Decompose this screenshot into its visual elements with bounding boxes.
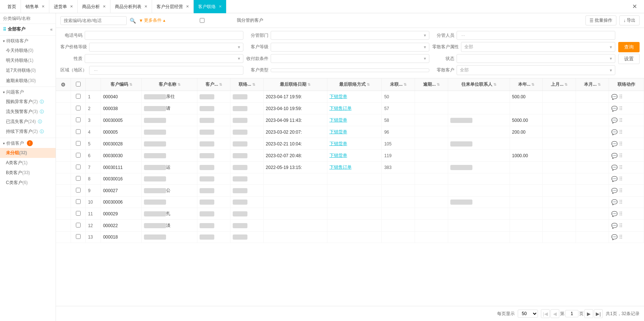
last-contact-date-col-header[interactable]: 最后联络日期 xyxy=(263,78,327,91)
chat-icon[interactable]: 💬 xyxy=(611,199,617,205)
tab-sales[interactable]: 销售单 ✕ xyxy=(21,0,49,13)
last-contact-method-col-header[interactable]: 最后联络方式 xyxy=(327,78,382,91)
row-last-contact-method[interactable]: 下销货单 xyxy=(327,114,382,126)
row-checkbox[interactable] xyxy=(76,199,81,204)
grid-action-icon[interactable]: ⠿ xyxy=(619,188,623,194)
phone-input[interactable] xyxy=(85,31,243,40)
person-more-icon[interactable]: ··· xyxy=(461,33,465,38)
sidebar-item-tomorrow-pending[interactable]: 明天待联络(1) xyxy=(0,56,56,66)
search-input[interactable] xyxy=(60,16,127,25)
sidebar-search-input[interactable] xyxy=(3,16,56,21)
code-col-header[interactable]: 客户编码 xyxy=(101,78,142,91)
sidebar-item-declining[interactable]: 持续下滑客户(2) ⓘ xyxy=(0,127,56,137)
reset-button[interactable]: 设置 xyxy=(618,54,640,64)
tab-customer-segmentation[interactable]: 客户分层经营 ✕ xyxy=(152,0,194,13)
row-checkbox[interactable] xyxy=(76,176,81,181)
chat-icon[interactable]: 💬 xyxy=(611,141,617,147)
grid-action-icon[interactable]: ⠿ xyxy=(619,94,623,100)
grid-action-icon[interactable]: ⠿ xyxy=(619,106,623,112)
row-checkbox[interactable] xyxy=(76,223,81,227)
chat-icon[interactable]: 💬 xyxy=(611,129,617,135)
first-page-button[interactable]: |◀ xyxy=(541,309,550,318)
row-checkbox-cell[interactable] xyxy=(71,185,85,197)
chat-icon[interactable]: 💬 xyxy=(611,188,617,194)
search-icon[interactable]: 🔍 xyxy=(130,18,136,24)
query-button[interactable]: 查询 xyxy=(618,42,640,52)
row-last-contact-method[interactable]: 下销货单 xyxy=(327,126,382,138)
sidebar-group-value[interactable]: ▾ 价值客户 ! xyxy=(0,139,56,148)
row-checkbox[interactable] xyxy=(76,211,81,216)
row-checkbox-cell[interactable] xyxy=(71,91,85,103)
grid-action-icon[interactable]: ⠿ xyxy=(619,129,623,135)
contact-method-link[interactable]: 下销货单 xyxy=(330,117,347,123)
chat-icon[interactable]: 💬 xyxy=(611,94,617,100)
this-year-col-header[interactable]: 本年... xyxy=(510,78,543,91)
close-sales-icon[interactable]: ✕ xyxy=(42,0,45,13)
row-checkbox-cell[interactable] xyxy=(71,114,85,126)
chat-icon[interactable]: 💬 xyxy=(611,176,617,182)
sidebar-item-abnormal[interactable]: 囤购异常客户(2) ⓘ xyxy=(0,97,56,107)
grid-action-icon[interactable]: ⠿ xyxy=(619,141,623,147)
close-product-analysis-list-icon[interactable]: ✕ xyxy=(144,0,147,13)
all-customers-header[interactable]: ⠿ 全部客户 « xyxy=(0,24,56,35)
sidebar-item-class-c[interactable]: C类客户(6) xyxy=(0,178,56,188)
tab-purchase[interactable]: 进货单 ✕ xyxy=(49,0,78,13)
sidebar-item-churn-warning[interactable]: 流失预警客户(3) ⓘ xyxy=(0,107,56,117)
payment-select[interactable]: ▾ xyxy=(271,54,429,63)
row-checkbox-cell[interactable] xyxy=(71,138,85,150)
this-month-col-header[interactable]: 本月... xyxy=(576,78,609,91)
row-last-contact-method[interactable]: 下销售订单 xyxy=(327,103,382,114)
contact-method-link[interactable]: 下销货单 xyxy=(330,141,347,146)
chat-icon[interactable]: 💬 xyxy=(611,117,617,123)
row-checkbox-cell[interactable] xyxy=(71,173,85,185)
checkbox-col-header[interactable] xyxy=(71,78,85,91)
row-checkbox[interactable] xyxy=(76,234,81,239)
row-checkbox-cell[interactable] xyxy=(71,208,85,220)
uncontacted-col-header[interactable]: 未联... xyxy=(382,78,415,91)
sidebar-item-class-b[interactable]: B类客户(33) xyxy=(0,168,56,178)
chat-icon[interactable]: 💬 xyxy=(611,223,617,229)
nature-select[interactable]: ▾ xyxy=(85,54,243,63)
row-checkbox[interactable] xyxy=(76,94,81,99)
close-segmentation-icon[interactable]: ✕ xyxy=(186,0,189,13)
overdue-col-header[interactable]: 逾期... xyxy=(415,78,448,91)
contact-method-link[interactable]: 下销货单 xyxy=(330,153,347,158)
region-more-icon[interactable]: ··· xyxy=(94,68,98,73)
next-page-button[interactable]: ▶ xyxy=(584,309,593,318)
my-customers-checkbox-label[interactable]: 我分管的客户 xyxy=(169,17,263,24)
per-page-select[interactable]: 50 20 100 xyxy=(518,310,538,318)
collapse-icon[interactable]: « xyxy=(50,27,53,32)
zero-attr-select[interactable]: 全部 ▾ xyxy=(461,42,615,52)
sidebar-item-unclassified[interactable]: 未分组(32) xyxy=(0,148,56,158)
export-button[interactable]: ↓ 导出 xyxy=(619,15,640,25)
region-select[interactable]: ··· xyxy=(89,66,243,75)
sidebar-item-7days-pending[interactable]: 近7天待联络(0) xyxy=(0,66,56,75)
dept-select[interactable]: ▾ xyxy=(271,31,429,40)
customer-type-select[interactable] xyxy=(271,68,429,72)
tab-customer-contact[interactable]: 客户联络 ✕ xyxy=(194,0,226,13)
contact-method-link[interactable]: 下销售订单 xyxy=(330,106,352,111)
sidebar-item-today-pending[interactable]: 今天待联络(0) xyxy=(0,46,56,56)
window-close-button[interactable]: ✕ xyxy=(628,0,641,13)
person-select[interactable]: ··· xyxy=(457,31,615,40)
contact-col-header[interactable]: 联络... xyxy=(230,78,264,91)
row-checkbox[interactable] xyxy=(76,106,81,110)
customer-level-select[interactable]: ▾ xyxy=(271,43,429,52)
row-last-contact-method[interactable]: 下销货单 xyxy=(327,150,382,162)
more-filters-button[interactable]: ▼ 更多条件 ▲ xyxy=(139,17,166,24)
page-number-input[interactable] xyxy=(565,310,578,317)
row-checkbox-cell[interactable] xyxy=(71,220,85,232)
row-checkbox[interactable] xyxy=(76,165,81,169)
settings-col-header[interactable]: ⚙ xyxy=(56,78,71,91)
grid-action-icon[interactable]: ⠿ xyxy=(619,117,623,123)
row-checkbox[interactable] xyxy=(76,129,81,134)
grid-action-icon[interactable]: ⠿ xyxy=(619,153,623,159)
chat-icon[interactable]: 💬 xyxy=(611,106,617,112)
row-checkbox-cell[interactable] xyxy=(71,103,85,114)
sidebar-group-problem[interactable]: ▾ 问题客户 xyxy=(0,88,56,97)
batch-operations-button[interactable]: ☰ 批量操作 xyxy=(585,15,616,25)
row-checkbox-cell[interactable] xyxy=(71,232,85,243)
contact-method-link[interactable]: 下销货单 xyxy=(330,129,347,134)
row-checkbox-cell[interactable] xyxy=(71,150,85,162)
status-select[interactable]: ▾ xyxy=(457,54,615,63)
